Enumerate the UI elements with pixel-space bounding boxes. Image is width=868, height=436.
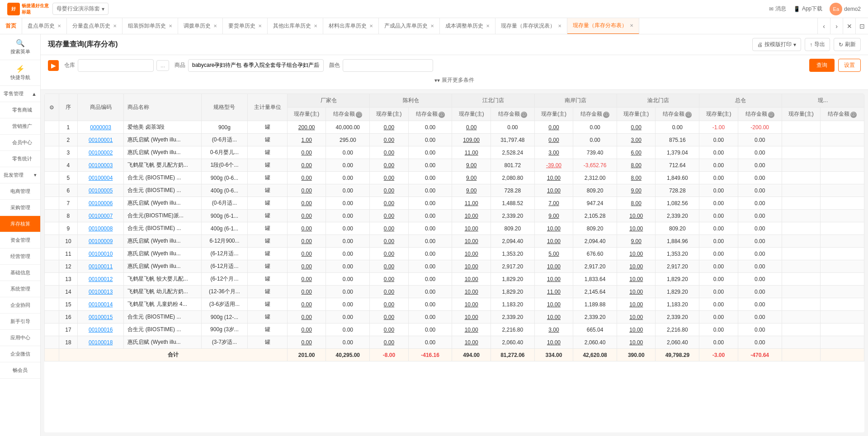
cell-yubeimen-qty: 9.00 xyxy=(617,235,656,248)
export-icon: ↑ xyxy=(810,42,812,48)
tab-close-8[interactable]: ✕ xyxy=(430,23,434,28)
sidebar-item-apps[interactable]: 应用中心 xyxy=(0,330,40,346)
cell-chenli-qty: 0.00 xyxy=(370,159,408,172)
table-row: 8 00100007 合生元(BIOSTIME)派... 900g (6-1..… xyxy=(45,210,864,222)
cell-factory-amt: 0.00 xyxy=(326,248,370,260)
cell-spec: 400g (6-1... xyxy=(201,222,248,235)
th-settings[interactable]: ⚙ xyxy=(45,94,59,121)
cell-code: 00100011 xyxy=(77,260,124,273)
cell-nanan-amt: 2,339.20 xyxy=(573,311,617,323)
export-btn[interactable]: ↑ 导出 xyxy=(805,38,830,51)
info-icon-4[interactable]: ⓘ xyxy=(603,112,609,118)
cell-nanan-amt: 0.00 xyxy=(573,134,617,146)
cell-name: 飞鹤星飞帆 幼儿配方奶... xyxy=(124,286,201,298)
tab-prev-btn[interactable]: ‹ xyxy=(817,18,830,34)
info-icon-1[interactable]: ⓘ xyxy=(356,112,362,118)
sidebar-item-marketing[interactable]: 营销推广 xyxy=(0,118,40,135)
sidebar-item-operations[interactable]: 经营管理 xyxy=(0,248,40,265)
tab-close-10[interactable]: ✕ xyxy=(558,23,561,28)
search-icon: 🔍 xyxy=(2,39,38,47)
sidebar-item-finance[interactable]: 资金管理 xyxy=(0,232,40,248)
tab-close-9[interactable]: ✕ xyxy=(486,23,490,28)
app-download-btn[interactable]: 📱 App下载 xyxy=(793,5,822,13)
cell-settings xyxy=(45,235,59,248)
info-icon-2[interactable]: ⓘ xyxy=(439,112,445,118)
info-icon-3[interactable]: ⓘ xyxy=(521,112,527,118)
tab-expand-btn[interactable]: ⊡ xyxy=(855,18,868,34)
tab-close-2[interactable]: ✕ xyxy=(113,23,117,28)
tab-chengben[interactable]: 成本调整单历史 ✕ xyxy=(440,18,495,34)
cell-jiangbei-qty: 9.00 xyxy=(452,159,491,172)
setting-btn[interactable]: 设置 xyxy=(838,59,861,72)
sidebar-item-retail[interactable]: 零售管理 ▲ xyxy=(0,86,40,102)
tab-close-6[interactable]: ✕ xyxy=(314,23,317,28)
tab-close-5[interactable]: ✕ xyxy=(258,23,262,28)
sidebar-item-members[interactable]: 会员中心 xyxy=(0,135,40,151)
sidebar-item-newbie[interactable]: 新手引导 xyxy=(0,314,40,330)
sidebar-item-search[interactable]: 🔍 搜索英单 xyxy=(0,34,40,60)
sidebar-item-purchase[interactable]: 采购管理 xyxy=(0,200,40,216)
cell-nanan-amt: 2,145.64 xyxy=(573,286,617,298)
tab-diaobo[interactable]: 调拨单历史 ✕ xyxy=(178,18,223,34)
cell-nanan-qty: 5.00 xyxy=(534,248,573,260)
sidebar-item-vip[interactable]: 畅会员 xyxy=(0,362,40,379)
toggle-btn[interactable]: ▶ xyxy=(48,60,59,71)
cell-yubeimen-qty: 10.00 xyxy=(617,222,656,235)
message-btn[interactable]: ✉ 消息 xyxy=(769,5,786,13)
sidebar-item-collab[interactable]: 企业协同 xyxy=(0,297,40,314)
topbar-left: 好 畅捷通好生意 标题 母婴行业演示陈套 ▾ xyxy=(7,3,108,15)
cell-yubeimen-amt: 1,082.56 xyxy=(656,197,699,210)
tab-cailiao[interactable]: 材料出库单历史 ✕ xyxy=(323,18,379,34)
tab-yaohuo[interactable]: 要货单历史 ✕ xyxy=(223,18,268,34)
tab-qitachuku[interactable]: 其他出库单历史 ✕ xyxy=(268,18,323,34)
color-input[interactable] xyxy=(343,59,433,72)
expand-conditions-btn[interactable]: ▾▾ 展开更多条件 xyxy=(431,75,478,86)
cell-unit: 罐 xyxy=(248,197,288,210)
info-icon-7[interactable]: ⓘ xyxy=(850,112,857,118)
cell-unit: 罐 xyxy=(248,159,288,172)
sidebar-item-basic-info[interactable]: 基础信息 xyxy=(0,265,40,281)
cell-nanan-qty: 10.00 xyxy=(534,235,573,248)
sidebar-item-quicknav[interactable]: ⚡ 快捷导航 xyxy=(0,60,40,86)
refresh-btn[interactable]: ↻ 刷新 xyxy=(834,38,861,51)
query-btn[interactable]: 查询 xyxy=(809,59,835,72)
industry-selector[interactable]: 母婴行业演示陈套 ▾ xyxy=(52,3,108,15)
table-row: 6 00100005 合生元 (BIOSTIME) ... 400g (0-6.… xyxy=(45,184,864,197)
tab-close-3[interactable]: ✕ xyxy=(169,23,172,28)
sidebar-item-wholesale[interactable]: 批发管理 ▾ xyxy=(0,167,40,183)
user-profile[interactable]: Ea demo2 xyxy=(830,3,861,15)
cell-jiangbei-qty: 10.00 xyxy=(452,311,491,323)
tab-close[interactable]: ✕ xyxy=(57,23,61,28)
sidebar-item-retail-stats[interactable]: 零售统计 xyxy=(0,151,40,167)
tab-close-7[interactable]: ✕ xyxy=(369,23,373,28)
print-btn[interactable]: 🖨 按模版打印 ▾ xyxy=(752,38,801,51)
warehouse-ellipsis-btn[interactable]: ... xyxy=(156,60,169,71)
info-icon-5[interactable]: ⓘ xyxy=(685,112,692,118)
sidebar-item-retail-mall[interactable]: 零售商城 xyxy=(0,102,40,118)
info-icon-6[interactable]: ⓘ xyxy=(768,112,774,118)
tab-xiancunliang-dist[interactable]: 现存量（库存分布表） ✕ xyxy=(567,18,639,34)
cell-num: 18 xyxy=(59,336,77,349)
tab-close-11[interactable]: ✕ xyxy=(630,23,633,28)
cell-nanan-amt: 809.20 xyxy=(573,222,617,235)
sidebar-item-inventory[interactable]: 库存核算 xyxy=(0,216,40,232)
cell-factory-amt: 0.00 xyxy=(326,298,370,311)
warehouse-input[interactable] xyxy=(78,59,154,72)
tab-close-4[interactable]: ✕ xyxy=(213,23,217,28)
tab-pandian[interactable]: 盘点单历史 ✕ xyxy=(22,18,67,34)
sidebar-item-system[interactable]: 系统管理 xyxy=(0,281,40,297)
tab-xiancunliang-status[interactable]: 现存量（库存状况表） ✕ xyxy=(495,18,567,34)
cell-unit: 罐 xyxy=(248,273,288,286)
tab-close-all-btn[interactable]: ✕ xyxy=(843,18,855,34)
tab-next-btn[interactable]: › xyxy=(830,18,843,34)
sidebar-item-ecommerce[interactable]: 电商管理 xyxy=(0,183,40,200)
tab-chanpin[interactable]: 产成品入库单历史 ✕ xyxy=(379,18,440,34)
tab-home[interactable]: 首页 xyxy=(0,18,22,34)
goods-input[interactable] xyxy=(188,59,324,72)
tab-fenpandian[interactable]: 分量盘点单历史 ✕ xyxy=(67,18,123,34)
sidebar-item-weixin[interactable]: 企业微信 xyxy=(0,346,40,362)
cell-chenli-qty: 0.00 xyxy=(370,311,408,323)
cell-chenli-amt: 0.00 xyxy=(408,286,452,298)
tab-zuzhuan[interactable]: 组装拆卸单历史 ✕ xyxy=(123,18,178,34)
cell-cur-amt xyxy=(820,146,864,159)
